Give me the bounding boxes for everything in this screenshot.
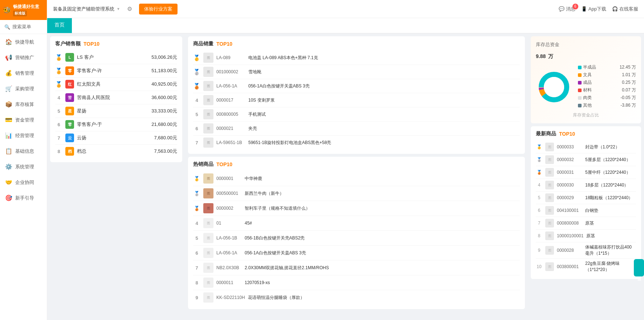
new-img-2: 图 xyxy=(545,155,554,164)
inventory-title: 库存总资金 xyxy=(536,41,636,48)
hot-item-1: 🥇 图 0000001 中华神鹿 xyxy=(193,171,520,186)
product-sales-card: 商品销量 TOP10 🥇 图 LA-089 电池盖 LA-089 ABS本色+黑… xyxy=(188,36,525,154)
legend-value-2: 0.25 万 xyxy=(622,79,636,86)
inventory-amount-value: 9.88 xyxy=(536,53,546,59)
sidebar-item-finance[interactable]: 💳 资金管理 xyxy=(0,112,47,128)
hot-code-7: NB2.0X30B xyxy=(216,265,242,270)
new-code-4: 0000030 xyxy=(557,182,582,188)
hot-item-2: 🥈 图 000500001 新西兰牛肉（新牛） xyxy=(193,186,520,201)
avatar-1: L xyxy=(65,53,74,62)
card-title-text: 客户销售额 xyxy=(55,41,81,47)
new-code-8: 10000100001 xyxy=(557,233,583,238)
legend-label-4: 肉类 xyxy=(583,95,592,101)
rank-num-7: 7 xyxy=(55,135,62,141)
inventory-icon: 📦 xyxy=(5,101,12,108)
prod-img-4: 图 xyxy=(203,95,213,105)
prod-img-2: 图 xyxy=(203,67,213,77)
avatar-2: 零 xyxy=(65,66,74,75)
hot-name-1: 中华神鹿 xyxy=(245,176,520,182)
settings-button[interactable]: ⚙ xyxy=(125,4,135,14)
new-name-8: 原茎 xyxy=(586,233,636,239)
medal-icon-2: 🏅 xyxy=(55,67,62,74)
sidebar-item-operations[interactable]: 📊 经营管理 xyxy=(0,128,47,143)
hot-code-3: 0000002 xyxy=(216,206,242,211)
sidebar-item-label: 资金管理 xyxy=(15,117,34,123)
prod-sales-title-text: 商品销量 xyxy=(193,41,213,47)
sidebar-item-purchase[interactable]: 🛒 采购管理 xyxy=(0,81,47,97)
hot-item-3: 🥉 图 0000002 智利车子里（规格不知道填什么） xyxy=(193,201,520,216)
operations-icon: 📊 xyxy=(5,132,12,139)
prod-medal-3: 🥉 xyxy=(193,83,200,90)
legend-item-2: 成品 0.25 万 xyxy=(578,79,636,86)
hot-rank-7: 7 xyxy=(193,265,200,271)
rank-name-8: 档总 xyxy=(77,148,151,155)
hot-img-5: 图 xyxy=(203,233,213,243)
hot-img-6: 图 xyxy=(203,248,213,258)
new-name-1: 封边带（1.0*22） xyxy=(585,144,636,150)
new-code-7: 000800008 xyxy=(557,221,582,226)
prod-top10-label: TOP10 xyxy=(216,41,232,47)
guide-icon: 🎯 xyxy=(5,194,12,201)
new-name-3: 5厘中纤（1220*2440） xyxy=(585,169,636,176)
new-prod-1: 🥇 图 0000033 封边带（1.0*22） xyxy=(536,141,636,153)
inventory-legend: 半成品 12.45 万 文具 1.01 万 xyxy=(578,64,636,110)
prod-rank-item-5: 5 图 000800005 手机测试 xyxy=(193,107,520,122)
new-img-7: 图 xyxy=(545,219,554,227)
sidebar-item-label: 销售管理 xyxy=(15,70,34,77)
float-btn-live[interactable]: 直播 xyxy=(634,271,644,276)
logo-badge: 标准版 xyxy=(13,11,27,16)
search-menu-item[interactable]: 🔍 搜索菜单 xyxy=(0,20,47,34)
new-img-8: 图 xyxy=(545,231,554,240)
sidebar-item-basic-info[interactable]: 📋 基础信息 xyxy=(0,143,47,159)
app-download-label: App下载 xyxy=(588,6,606,12)
online-service-button[interactable]: 🎧 在线客服 xyxy=(612,6,638,12)
inventory-chart-area: 半成品 12.45 万 文具 1.01 万 xyxy=(536,64,636,110)
sidebar-item-marketing[interactable]: 📢 营销推广 xyxy=(0,50,47,65)
rank-value-2: 51,183.00元 xyxy=(151,67,177,74)
legend-value-0: 12.45 万 xyxy=(620,64,636,70)
float-btn-community[interactable]: 服务社区 xyxy=(634,265,644,271)
rank-item-4: 4 苦 苦南县人民医院 36,600.00元 xyxy=(55,91,177,104)
sidebar-item-label: 采购管理 xyxy=(15,86,34,92)
new-code-3: 0000031 xyxy=(557,170,582,175)
tab-home[interactable]: 首页 xyxy=(47,18,72,33)
new-medal-1: 🥇 xyxy=(536,144,542,149)
sidebar-item-enterprise[interactable]: 🤝 企业协同 xyxy=(0,175,47,190)
app-download-button[interactable]: 📱 App下载 xyxy=(581,6,606,12)
sidebar-item-quick-nav[interactable]: 🏠 快捷导航 xyxy=(0,34,47,50)
new-medal-2: 🥈 xyxy=(536,157,542,162)
prod-name-6: 夹壳 xyxy=(248,126,520,132)
hot-img-7: 图 xyxy=(203,263,213,273)
avatar-7: 云 xyxy=(65,134,74,142)
mobile-icon: 📱 xyxy=(581,6,587,12)
system-name: 装备及固定资产辅助管理系统 xyxy=(53,6,114,12)
rank-num-8: 8 xyxy=(55,149,62,154)
sidebar-item-system[interactable]: ⚙️ 系统管理 xyxy=(0,159,47,175)
prod-rank-item-6: 6 图 0000021 夹壳 xyxy=(193,122,520,136)
new-code-10: 003800001 xyxy=(557,264,582,269)
new-rank-7: 7 xyxy=(536,221,542,226)
new-prod-6: 6 图 004100001 白钢垫 xyxy=(536,204,636,217)
try-button[interactable]: 体验行业方案 xyxy=(139,4,178,15)
sidebar-item-guide[interactable]: 🎯 新手引导 xyxy=(0,190,47,206)
legend-dot-3 xyxy=(578,89,582,92)
sidebar-logo: 🐝 畅捷通好生意 标准版 xyxy=(0,0,47,20)
customer-ranking-title: 客户销售额 TOP10 xyxy=(55,41,177,47)
float-btn-service[interactable]: 客服热线 xyxy=(634,259,644,265)
hot-name-7: 2.0X30MM双搓花轴,搓花直径2.1MM/ROHS xyxy=(245,265,520,271)
message-button[interactable]: 💬 消息 6 xyxy=(559,6,575,12)
system-selector[interactable]: 装备及固定资产辅助管理系统 ▼ xyxy=(53,6,120,12)
hot-medal-2: 🥈 xyxy=(193,191,200,196)
sidebar-item-inventory[interactable]: 📦 库存核算 xyxy=(0,97,47,112)
prod-rank-num-6: 6 xyxy=(193,126,200,131)
inventory-card: 库存总资金 9.88 万 xyxy=(531,36,641,123)
rank-value-1: 53,006.26元 xyxy=(151,54,177,61)
sidebar-item-sales[interactable]: 💰 销售管理 xyxy=(0,65,47,81)
sidebar-item-label: 快捷导航 xyxy=(15,39,34,45)
rank-value-8: 7,563.00元 xyxy=(154,148,177,155)
rank-value-6: 21,680.00元 xyxy=(151,121,177,128)
prod-name-4: 10S 变刺罗浆 xyxy=(248,97,520,103)
marketing-icon: 📢 xyxy=(5,54,12,61)
new-img-6: 图 xyxy=(545,206,554,215)
product-sales-title: 商品销量 TOP10 xyxy=(193,41,520,47)
